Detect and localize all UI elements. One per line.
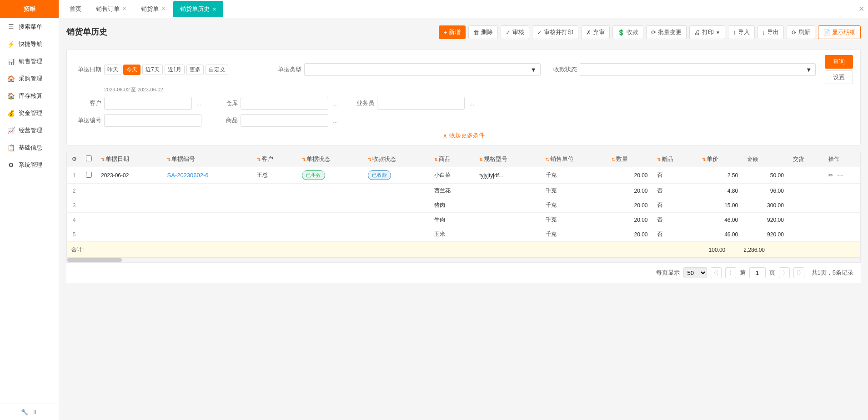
select-all-checkbox[interactable] [86, 155, 92, 161]
th-unit-price[interactable]: ⇅单价 [697, 151, 743, 167]
salesperson-input[interactable] [377, 97, 465, 110]
delete-button[interactable]: 🗑 删除 [468, 25, 498, 39]
prev-page-button[interactable]: ⟨ [725, 267, 736, 278]
sidebar-item-system-mgmt[interactable]: ⚙ 系统管理 [0, 156, 59, 174]
table-row: 5 玉米 千克 20.00 否 46.00 920.00 [67, 227, 860, 242]
collapse-button[interactable]: ∧ 收起更多条件 [74, 131, 853, 140]
tab-sales-history[interactable]: 销货单历史 ✕ [173, 1, 223, 17]
tab-sales-history-close[interactable]: ✕ [212, 6, 216, 12]
horizontal-scrollbar[interactable] [67, 257, 860, 262]
page-title: 销货单历史 [66, 26, 107, 37]
audit-button[interactable]: ✓ 审核 [501, 25, 529, 39]
th-gift[interactable]: ⇅赠品 [652, 151, 697, 167]
th-settings[interactable]: ⚙ [67, 151, 81, 167]
th-goods[interactable]: ⇅商品 [430, 151, 475, 167]
tab-sales-goods-close[interactable]: ✕ [161, 6, 166, 12]
doc-no-input[interactable] [104, 114, 201, 127]
customer-input[interactable] [104, 97, 192, 110]
sidebar-item-basic-info[interactable]: 📋 基础信息 [0, 139, 59, 156]
audit-print-label: 审核并打印 [544, 28, 573, 36]
more-icon[interactable]: ⋯ [837, 172, 843, 179]
tab-sales-goods[interactable]: 销货单 ✕ [134, 1, 172, 17]
tab-sales-order-close[interactable]: ✕ [122, 6, 126, 12]
cell-doc-status: 已生效 [297, 167, 363, 184]
page-number-input[interactable] [749, 267, 766, 278]
warehouse-dots[interactable]: ... [333, 100, 338, 107]
date-range-display: 2023-06-02 至 2023-06-02 [104, 86, 853, 93]
payment-status-select[interactable]: ▼ [580, 63, 816, 76]
sidebar-item-sales-mgmt[interactable]: 📊 销售管理 [0, 53, 59, 70]
th-customer[interactable]: ⇅客户 [252, 151, 297, 167]
sidebar-item-operation-mgmt[interactable]: 📈 经营管理 [0, 122, 59, 139]
discard-icon: ✗ [586, 29, 591, 36]
th-doc-status[interactable]: ⇅单据状态 [297, 151, 363, 167]
cell-unit-price: 15.00 [697, 198, 743, 213]
next-page-button[interactable]: ⟩ [779, 267, 790, 278]
per-page-select[interactable]: 50 100 200 [683, 267, 707, 278]
collect-button[interactable]: 💲 收款 [612, 25, 643, 39]
setting-button[interactable]: 设置 [825, 70, 853, 84]
import-button[interactable]: ↑ 导入 [728, 25, 755, 39]
scrollbar-thumb[interactable] [67, 258, 122, 262]
th-checkbox[interactable] [81, 151, 96, 167]
cell-checkbox[interactable] [81, 198, 96, 213]
tabs-close-all[interactable]: ✕ [858, 5, 864, 13]
refresh-button[interactable]: ⟳ 刷新 [787, 25, 815, 39]
cell-goods: 西兰花 [430, 184, 475, 198]
warehouse-input[interactable] [241, 97, 328, 110]
sort-gift-icon: ⇅ [657, 157, 661, 162]
tab-sales-order[interactable]: 销售订单 ✕ [89, 1, 133, 17]
sidebar-item-search-menu[interactable]: ☰ 搜索菜单 [0, 18, 59, 35]
show-detail-button[interactable]: 📄 显示明细 [818, 25, 861, 39]
th-unit[interactable]: ⇅销售单位 [541, 151, 607, 167]
print-button[interactable]: 🖨 打印 ▼ [689, 25, 725, 39]
sidebar-pause-icon[interactable]: ⏸ [32, 409, 38, 415]
row-checkbox[interactable] [86, 172, 92, 178]
customer-dots[interactable]: ... [196, 100, 201, 107]
salesperson-label: 业务员 [347, 99, 374, 107]
date-btn-custom[interactable]: 自定义 [206, 65, 228, 75]
audit-print-button[interactable]: ✓ 审核并打印 [532, 25, 578, 39]
edit-icon[interactable]: ✏ [828, 172, 833, 179]
th-transaction: 交货 [788, 151, 824, 167]
doc-no-link[interactable]: SA-20230602-6 [167, 172, 208, 179]
discard-button[interactable]: ✗ 弃审 [581, 25, 610, 39]
goods-input[interactable] [241, 114, 328, 127]
cell-doc-no: SA-20230602-6 [162, 167, 252, 184]
cell-spec [475, 227, 541, 242]
date-btn-1month[interactable]: 近1月 [165, 65, 185, 75]
cell-checkbox[interactable] [81, 167, 96, 184]
sidebar-settings-icon[interactable]: 🔧 [21, 409, 28, 415]
cell-checkbox[interactable] [81, 213, 96, 227]
date-btn-more[interactable]: 更多 [186, 65, 204, 75]
sidebar-bottom: 🔧 ⏸ [0, 404, 59, 420]
th-amount: 金额 [743, 151, 788, 167]
th-qty[interactable]: ⇅数量 [607, 151, 652, 167]
sidebar-item-quick-nav[interactable]: ⚡ 快捷导航 [0, 35, 59, 53]
sort-spec-icon: ⇅ [479, 157, 483, 162]
th-doc-date[interactable]: ⇅单据日期 [96, 151, 162, 167]
cell-payment-status [363, 198, 429, 213]
batch-change-button[interactable]: ⟳ 批量变更 [646, 25, 687, 39]
add-button[interactable]: + 新增 [439, 25, 466, 39]
sidebar-item-inventory[interactable]: 🏠 库存核算 [0, 87, 59, 105]
salesperson-dots[interactable]: ... [469, 100, 474, 107]
goods-dots[interactable]: ... [333, 117, 338, 124]
tab-home[interactable]: 首页 [63, 1, 88, 17]
date-btn-7days[interactable]: 近7天 [142, 65, 163, 75]
query-button[interactable]: 查询 [825, 55, 853, 69]
cell-doc-status [297, 213, 363, 227]
first-page-button[interactable]: ⟨⟨ [711, 267, 722, 278]
th-payment-status[interactable]: ⇅收款状态 [363, 151, 429, 167]
date-btn-today[interactable]: 今天 [123, 65, 140, 75]
export-button[interactable]: ↓ 导出 [758, 25, 784, 39]
th-doc-no[interactable]: ⇅单据编号 [162, 151, 252, 167]
last-page-button[interactable]: ⟩⟩ [793, 267, 804, 278]
sidebar-item-purchase-mgmt[interactable]: 🏠 采购管理 [0, 70, 59, 87]
sidebar-item-finance-mgmt[interactable]: 💰 资金管理 [0, 105, 59, 122]
th-spec[interactable]: ⇅规格型号 [475, 151, 541, 167]
date-btn-yesterday[interactable]: 昨天 [104, 65, 121, 75]
doc-type-select[interactable]: ▼ [304, 63, 541, 76]
cell-checkbox[interactable] [81, 184, 96, 198]
cell-checkbox[interactable] [81, 227, 96, 242]
